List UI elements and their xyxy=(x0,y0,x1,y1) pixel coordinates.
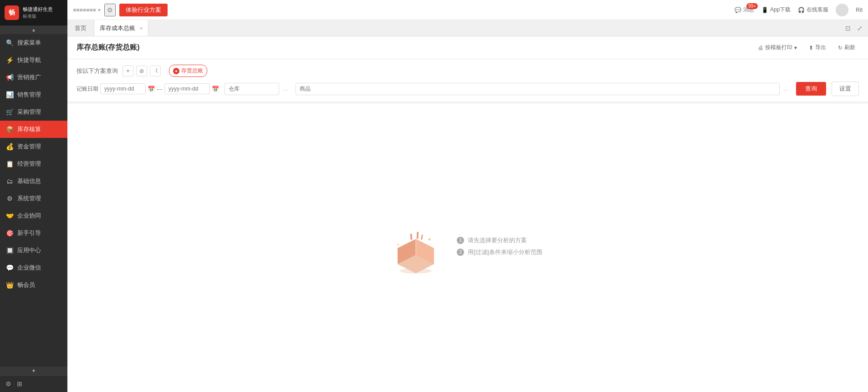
date-start-input[interactable] xyxy=(100,83,146,94)
svg-text:✦: ✦ xyxy=(397,243,400,247)
date-end-input[interactable] xyxy=(164,83,210,94)
page-header: 库存总账(存货总账) 🖨 按模板打印 ▾ ⬆ 导出 ↻ 刷新 xyxy=(67,36,868,59)
messages-button[interactable]: 💬 消息 99+ xyxy=(735,6,754,14)
calendar-end-icon[interactable]: 📅 xyxy=(212,86,219,92)
topbar-right: 💬 消息 99+ 📱 App下载 🎧 在线客服 Rit xyxy=(735,4,863,16)
collapse-sidebar-button[interactable]: ⊞ xyxy=(17,380,22,387)
empty-illustration: ✦ ✦ xyxy=(393,225,439,271)
sidebar-item-newbie[interactable]: 🎯 新手引导 xyxy=(0,224,67,242)
hint-2-text: 用[过滤]条件来缩小分析范围 xyxy=(468,248,542,256)
industry-solution-button[interactable]: 体验行业方案 xyxy=(119,4,168,16)
expand-button[interactable]: ⤢ xyxy=(855,23,864,34)
sidebar-scroll-up[interactable]: ▲ xyxy=(0,25,67,34)
svg-text:✦: ✦ xyxy=(427,236,432,243)
sidebar-item-appstore[interactable]: 🔲 应用中心 xyxy=(0,242,67,259)
print-icon: 🖨 xyxy=(758,45,763,51)
settings-button[interactable]: 设置 xyxy=(832,81,859,96)
refresh-label: 刷新 xyxy=(844,44,855,51)
topbar-settings-button[interactable]: ⚙ xyxy=(104,4,116,16)
sidebar-item-marketing[interactable]: 📢 营销推广 xyxy=(0,69,67,86)
filter-row-conditions: 记账日期 📅 — 📅 仓库 … 商品 … xyxy=(77,81,859,96)
breadcrumb: ■■■■■■■ ▾ xyxy=(73,7,101,13)
sidebar-item-quick-nav[interactable]: ⚡ 快捷导航 xyxy=(0,51,67,69)
calendar-start-icon[interactable]: 📅 xyxy=(148,86,155,92)
query-button[interactable]: 查询 xyxy=(796,82,826,96)
sidebar-item-sales[interactable]: 📊 销售管理 xyxy=(0,86,67,103)
tab-home[interactable]: 首页 xyxy=(67,20,94,36)
appstore-icon: 🔲 xyxy=(5,247,14,254)
system-icon: ⚙ xyxy=(5,195,14,202)
header-actions: 🖨 按模板打印 ▾ ⬆ 导出 ↻ 刷新 xyxy=(754,42,859,53)
close-tab-button[interactable]: × xyxy=(140,25,143,31)
chevron-down-icon: ▾ xyxy=(794,45,797,51)
date-filter-group: 记账日期 📅 — 📅 xyxy=(77,83,219,94)
sidebar-scroll-down[interactable]: ▼ xyxy=(0,367,67,375)
newbie-icon: 🎯 xyxy=(5,229,14,237)
restore-button[interactable]: ⊡ xyxy=(843,23,853,34)
export-button[interactable]: ⬆ 导出 xyxy=(805,42,830,53)
svg-rect-8 xyxy=(421,234,423,239)
app-version: 标准版 xyxy=(23,13,53,20)
scheme-item-inventory-ledger[interactable]: ● 存货总账 xyxy=(169,65,207,77)
wechat-icon: 💬 xyxy=(5,264,14,271)
sidebar-item-label: 系统管理 xyxy=(17,194,41,203)
vip-icon: 👑 xyxy=(5,281,14,289)
reset-scheme-button[interactable]: ⊘ xyxy=(136,66,147,76)
message-icon: 💬 xyxy=(735,7,741,13)
sidebar-item-operation[interactable]: 📋 经营管理 xyxy=(0,155,67,173)
warehouse-label: 仓库 xyxy=(229,85,240,93)
sidebar-item-wechat[interactable]: 💬 企业微信 xyxy=(0,259,67,276)
app-name: 畅捷通好生意 xyxy=(23,6,53,13)
sidebar-item-purchase[interactable]: 🛒 采购管理 xyxy=(0,103,67,121)
sidebar-item-label: 经营管理 xyxy=(17,160,41,168)
sidebar-item-label: 快捷导航 xyxy=(17,56,41,64)
finance-icon: 💰 xyxy=(5,143,14,150)
goods-label: 商品 xyxy=(300,85,311,93)
refresh-button[interactable]: ↻ 刷新 xyxy=(834,42,859,53)
scheme-item-label: 存货总账 xyxy=(181,67,203,75)
refresh-icon: ↻ xyxy=(838,45,842,51)
tabbar-right: ⊡ ⤢ xyxy=(843,23,868,34)
tabbar: 首页 库存成本总账 × ⊡ ⤢ xyxy=(67,20,868,36)
goods-select[interactable]: 商品 xyxy=(296,83,780,95)
app-logo: 畅 畅捷通好生意 标准版 xyxy=(0,0,67,25)
filter-scheme-label: 按以下方案查询 xyxy=(77,67,118,75)
online-service-label: 在线客服 xyxy=(807,6,828,14)
collapse-filter-button[interactable]: 《 xyxy=(150,66,161,76)
sidebar-item-label: 资金管理 xyxy=(17,143,41,151)
sidebar-item-label: 企业协同 xyxy=(17,212,41,220)
export-label: 导出 xyxy=(815,44,826,51)
sidebar-item-label: 搜索菜单 xyxy=(17,39,41,47)
sidebar-item-collab[interactable]: 🤝 企业协同 xyxy=(0,207,67,224)
online-service-button[interactable]: 🎧 在线客服 xyxy=(798,6,828,14)
scheme-icon: ● xyxy=(173,68,179,74)
sidebar-item-vip[interactable]: 👑 畅会员 xyxy=(0,276,67,294)
goods-more-icon[interactable]: … xyxy=(781,85,791,93)
avatar[interactable] xyxy=(836,4,848,16)
sidebar-item-basic[interactable]: 🗂 基础信息 xyxy=(0,173,67,190)
sidebar-item-label: 销售管理 xyxy=(17,91,41,99)
hint-1-text: 请先选择要分析的方案 xyxy=(468,236,527,244)
sidebar-item-label: 采购管理 xyxy=(17,108,41,116)
sidebar-item-search[interactable]: 🔍 搜索菜单 xyxy=(0,34,67,51)
basic-icon: 🗂 xyxy=(5,178,14,185)
export-icon: ⬆ xyxy=(809,45,813,51)
sidebar-item-finance[interactable]: 💰 资金管理 xyxy=(0,138,67,155)
sidebar: 畅 畅捷通好生意 标准版 ▲ 🔍 搜索菜单 ⚡ 快捷导航 📢 营销推广 📊 销售… xyxy=(0,0,67,392)
collab-icon: 🤝 xyxy=(5,212,14,219)
print-button[interactable]: 🖨 按模板打印 ▾ xyxy=(754,42,801,53)
sidebar-item-inventory[interactable]: 📦 库存核算 xyxy=(0,121,67,138)
tab-inventory-ledger[interactable]: 库存成本总账 × xyxy=(94,20,148,36)
sidebar-item-system[interactable]: ⚙ 系统管理 xyxy=(0,190,67,207)
settings-footer-button[interactable]: ⚙ xyxy=(5,380,11,387)
marketing-icon: 📢 xyxy=(5,74,14,81)
warehouse-select[interactable]: 仓库 xyxy=(225,83,279,95)
sidebar-item-label: 新手引导 xyxy=(17,229,41,237)
add-scheme-button[interactable]: + xyxy=(123,66,133,76)
app-download-button[interactable]: 📱 App下载 xyxy=(761,6,791,14)
sidebar-nav: 🔍 搜索菜单 ⚡ 快捷导航 📢 营销推广 📊 销售管理 🛒 采购管理 📦 库存核… xyxy=(0,34,67,367)
warehouse-more-icon[interactable]: … xyxy=(281,85,290,93)
page-content: 库存总账(存货总账) 🖨 按模板打印 ▾ ⬆ 导出 ↻ 刷新 xyxy=(67,36,868,392)
purchase-icon: 🛒 xyxy=(5,108,14,116)
tab-active-label: 库存成本总账 xyxy=(100,24,135,32)
